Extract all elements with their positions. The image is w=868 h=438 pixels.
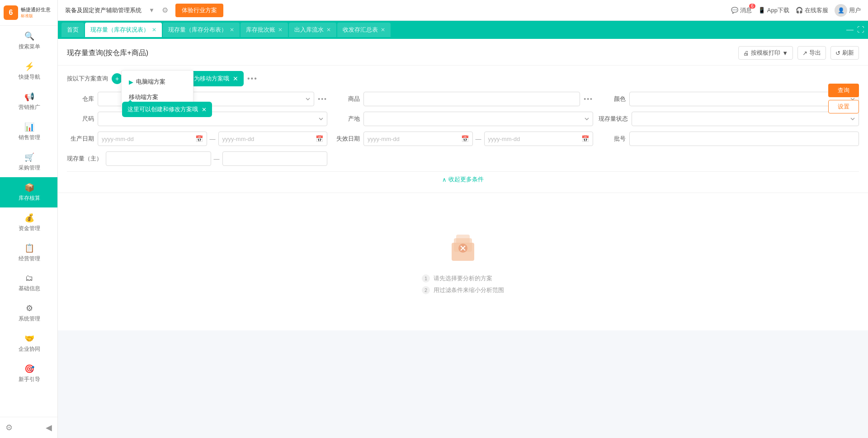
range-sep-qty: — <box>214 155 220 162</box>
header-settings-icon[interactable]: ⚙ <box>162 6 168 14</box>
enterprise-icon: 🤝 <box>24 334 34 344</box>
expand-icon: ▶ <box>129 79 133 85</box>
stock-status-select[interactable] <box>632 112 859 126</box>
app-download-btn[interactable]: 📱 App下载 <box>758 6 789 14</box>
exp-date-start[interactable]: yyyy-mm-dd 📅 <box>363 132 473 146</box>
batch-input[interactable] <box>629 132 859 146</box>
guide-label: 新手引导 <box>19 376 40 383</box>
sidebar-item-system[interactable]: ⚙系统管理 <box>0 298 57 328</box>
filter-stock-status: 现存量状态 <box>599 112 859 126</box>
filter-row-3: 生产日期 yyyy-mm-dd 📅 — yyyy-mm-dd <box>67 132 859 146</box>
basic-label: 基础信息 <box>19 285 40 292</box>
headset-icon: 🎧 <box>796 7 803 14</box>
search-button[interactable]: 查询 <box>828 84 859 97</box>
refresh-button[interactable]: ↺ 刷新 <box>830 46 859 60</box>
tab-close-inventory_dist[interactable]: ✕ <box>230 27 234 33</box>
tab-batch_account[interactable]: 库存批次账✕ <box>241 23 288 37</box>
filter-label: 按以下方案查询 <box>67 75 108 83</box>
tab-minimize-icon[interactable]: — <box>846 26 854 34</box>
tab-close-recv_summary[interactable]: ✕ <box>381 27 385 33</box>
sidebar-item-guide[interactable]: 🎯新手引导 <box>0 358 57 389</box>
exp-date-end[interactable]: yyyy-mm-dd 📅 <box>484 132 594 146</box>
sidebar-logo: 6 畅捷通好生意 标准版 <box>0 0 57 26</box>
tab-label-in_out_flow: 出入库流水 <box>294 26 324 34</box>
svg-rect-2 <box>456 235 470 244</box>
tab-inventory_status[interactable]: 现存量（库存状况表）✕ <box>85 23 162 37</box>
quick-icon: ⚡ <box>24 61 34 71</box>
tip-num-1: 1 <box>422 274 430 283</box>
finance-label: 资金管理 <box>19 225 40 232</box>
stock-status-label: 现存量状态 <box>599 115 628 123</box>
tab-in_out_flow[interactable]: 出入库流水✕ <box>289 23 336 37</box>
dropdown-icon[interactable]: ▼ <box>149 7 155 14</box>
mfg-date-end[interactable]: yyyy-mm-dd 📅 <box>218 132 328 146</box>
filter-origin: 产地 <box>333 112 593 126</box>
sidebar-item-basic[interactable]: 🗂基础信息 <box>0 268 57 298</box>
goods-input[interactable] <box>363 92 580 106</box>
settings-icon[interactable]: ⚙ <box>5 423 13 433</box>
tab-label-recv_summary: 收发存汇总表 <box>343 26 378 34</box>
sidebar-item-sales[interactable]: 📊销售管理 <box>0 117 57 147</box>
sidebar-bottom: ⚙ ◀ <box>0 417 57 438</box>
print-dropdown-icon: ▼ <box>782 50 788 57</box>
collapse-bar: ∧ 收起更多条件 <box>67 171 859 187</box>
tab-close-batch_account[interactable]: ✕ <box>278 27 283 33</box>
export-button[interactable]: ↗ 导出 <box>797 46 826 60</box>
message-btn[interactable]: 💬 消息 6 <box>731 6 752 14</box>
qty-main-start[interactable] <box>106 151 211 166</box>
collapse-btn[interactable]: ∧ 收起更多条件 <box>442 175 484 184</box>
page-header-actions: 🖨 按模板打印 ▼ ↗ 导出 ↺ 刷新 <box>738 46 859 60</box>
logo-icon: 6 <box>4 5 18 20</box>
warehouse-label: 仓库 <box>67 95 94 103</box>
set-button[interactable]: 设置 <box>828 100 859 113</box>
sidebar-item-search[interactable]: 🔍搜索菜单 <box>0 26 57 56</box>
edit-tooltip-text: 这里可以创建和修改方案哦 <box>127 105 198 113</box>
page-content: 现存量查询(按仓库+商品) 🖨 按模板打印 ▼ ↗ 导出 ↺ <box>58 39 868 438</box>
tab-close-in_out_flow[interactable]: ✕ <box>326 27 331 33</box>
more-dots-warehouse[interactable]: ••• <box>318 95 327 103</box>
main-content: 装备及固定资产辅助管理系统 ▼ ⚙ 体验行业方案 💬 消息 6 📱 App下载 <box>58 0 868 438</box>
tab-home[interactable]: 首页 <box>61 23 84 37</box>
tab-close-inventory_status[interactable]: ✕ <box>152 27 156 33</box>
sidebar-item-marketing[interactable]: 📢营销推广 <box>0 86 57 117</box>
mfg-date-start[interactable]: yyyy-mm-dd 📅 <box>98 132 207 146</box>
sidebar-item-inventory[interactable]: 📦库存核算 <box>0 177 57 207</box>
mfg-date-label: 生产日期 <box>67 135 94 143</box>
print-button[interactable]: 🖨 按模板打印 ▼ <box>738 46 793 60</box>
filter-qty-main: 现存量（主） — <box>67 151 327 166</box>
sidebar-item-operations[interactable]: 📋经营管理 <box>0 238 57 268</box>
tab-end-actions: — ⛶ <box>846 26 864 34</box>
tab-inventory_dist[interactable]: 现存量（库存分布表）✕ <box>163 23 240 37</box>
qty-main-end[interactable] <box>222 151 328 166</box>
sidebar: 6 畅捷通好生意 标准版 🔍搜索菜单⚡快捷导航📢营销推广📊销售管理🛒采购管理📦库… <box>0 0 58 438</box>
calendar-icon-exp-end: 📅 <box>581 135 589 142</box>
filter-section: 按以下方案查询 + ✎ ← 电脑方案可设为移动方案哦 ✕ ••• <box>58 66 868 193</box>
collapse-sidebar-icon[interactable]: ◀ <box>46 423 52 433</box>
sidebar-item-quick[interactable]: ⚡快捷导航 <box>0 56 57 86</box>
sidebar-item-finance[interactable]: 💰资金管理 <box>0 207 57 238</box>
more-dots-goods[interactable]: ••• <box>584 95 593 103</box>
mfg-date-range: yyyy-mm-dd 📅 — yyyy-mm-dd 📅 <box>98 132 327 146</box>
print-icon: 🖨 <box>743 50 749 57</box>
sidebar-item-purchase[interactable]: 🛒采购管理 <box>0 147 57 177</box>
empty-state: 1 请先选择要分析的方案 2 用过滤条件来缩小分析范围 <box>58 193 868 330</box>
refresh-icon: ↺ <box>835 50 840 57</box>
user-btn[interactable]: 👤 用户 <box>835 4 861 17</box>
scheme-tooltip-close[interactable]: ✕ <box>233 75 238 82</box>
more-dots-1[interactable]: ••• <box>247 75 258 83</box>
exp-date-start-placeholder: yyyy-mm-dd <box>368 136 400 142</box>
finance-icon: 💰 <box>24 213 34 223</box>
online-support-btn[interactable]: 🎧 在线客服 <box>796 6 828 14</box>
tab-recv_summary[interactable]: 收发存汇总表✕ <box>337 23 391 37</box>
origin-select[interactable] <box>363 112 593 126</box>
scheme-pc-item[interactable]: ▶ 电脑端方案 <box>122 74 193 89</box>
tab-maximize-icon[interactable]: ⛶ <box>857 26 864 34</box>
color-select[interactable] <box>629 92 859 106</box>
trial-button[interactable]: 体验行业方案 <box>175 4 223 17</box>
edit-tooltip-close[interactable]: ✕ <box>202 106 207 113</box>
range-sep-exp: — <box>476 136 481 142</box>
action-buttons: 查询 设置 <box>828 84 859 113</box>
empty-tip-1: 1 请先选择要分析的方案 <box>422 274 504 283</box>
tip-num-2: 2 <box>422 286 430 294</box>
sidebar-item-enterprise[interactable]: 🤝企业协同 <box>0 328 57 358</box>
